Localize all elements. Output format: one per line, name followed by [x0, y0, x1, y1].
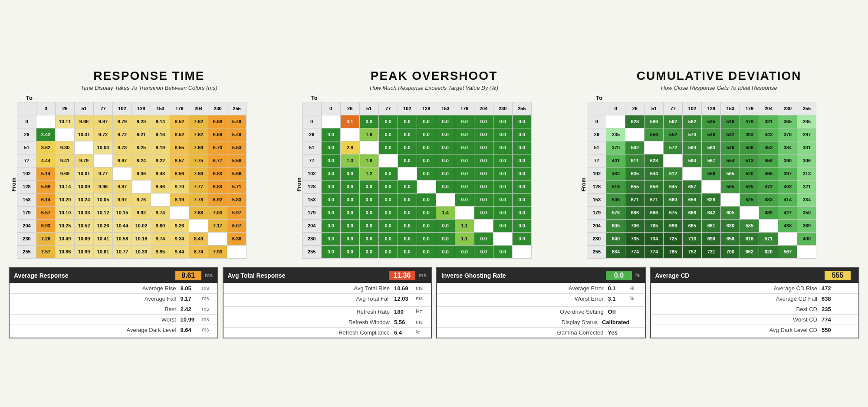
rt-stats-header-value: 8.61 — [175, 271, 201, 280]
overshoot-header-label: Inverse Ghosting Rate — [441, 272, 506, 279]
response-time-table: 0 26 51 77 102 128 153 179 204 230 — [17, 102, 247, 259]
po-from-label: From — [294, 177, 302, 192]
table-row: 593 — [683, 154, 702, 167]
stat-label: Refresh Window — [228, 319, 390, 325]
rt-row-header: 26 — [17, 128, 36, 141]
table-row: 403 — [778, 180, 797, 193]
table-row: 321 — [797, 180, 816, 193]
table-row: 0.0 — [321, 206, 340, 219]
table-row: 0.0 — [378, 206, 398, 219]
list-item: Average Rise 8.05 ms — [10, 283, 217, 293]
table-row: 5.97 — [227, 206, 247, 219]
table-row: 9.76 — [132, 193, 151, 206]
rt-row-header: 77 — [17, 154, 36, 167]
stat-value: 180 — [390, 309, 416, 315]
table-row: 493 — [740, 128, 759, 141]
table-row: 453 — [759, 141, 778, 154]
table-row: 605 — [721, 206, 740, 219]
list-item: Overdrive Setting Off — [437, 306, 645, 317]
table-row: 0.0 — [474, 193, 493, 206]
table-row: 752 — [683, 245, 702, 258]
list-item: Display Status Calibrated — [437, 317, 645, 327]
table-row: 4.44 — [36, 154, 56, 167]
table-row: 10.14 — [56, 180, 75, 193]
table-row: 630 — [721, 219, 740, 232]
table-row: 655 — [625, 180, 644, 193]
table-row — [189, 219, 208, 232]
table-row: 562 — [625, 141, 644, 154]
table-row: 546 — [721, 141, 740, 154]
table-row: 662 — [740, 245, 759, 258]
overshoot-stats-header: Inverse Ghosting Rate 0.0 % — [437, 268, 645, 283]
overshoot-header-value: 0.0 — [606, 271, 632, 280]
response-time-subtitle: Time Display Takes To Transition Between… — [9, 85, 289, 91]
table-row: 9.95 — [151, 245, 170, 258]
table-row: 9.28 — [132, 115, 151, 128]
table-row: 594 — [683, 141, 702, 154]
table-row: 297 — [797, 128, 816, 141]
table-row: 0.0 — [474, 154, 493, 167]
table-row: 0.0 — [340, 219, 359, 232]
table-row: 0.0 — [321, 128, 340, 141]
table-row: 378 — [778, 128, 797, 141]
po-row-header: 230 — [302, 232, 321, 245]
table-row: 10.52 — [75, 219, 94, 232]
cd-subtitle: How Close Response Gets To Ideal Respons… — [579, 85, 859, 91]
table-row: 0.0 — [378, 219, 398, 232]
table-row: 774 — [625, 245, 644, 258]
stat-label: Average Error — [441, 285, 604, 292]
rt-row-header: 0 — [17, 115, 36, 128]
table-row: 9.68 — [56, 167, 75, 180]
table-row: 686 — [644, 206, 664, 219]
table-row: 350 — [797, 206, 816, 219]
po-row-header: 204 — [302, 219, 321, 232]
rt-row-header: 204 — [17, 219, 36, 232]
table-row — [359, 141, 378, 154]
table-row: 9.34 — [170, 232, 189, 245]
table-row: 0.0 — [436, 115, 455, 128]
table-row: 585 — [740, 219, 759, 232]
table-row: 696 — [664, 219, 683, 232]
cd-row-header: 128 — [587, 180, 606, 193]
table-row: 0.0 — [359, 232, 378, 245]
table-row: 7.03 — [208, 206, 227, 219]
table-row: 9.24 — [132, 154, 151, 167]
table-row: 10.41 — [94, 232, 113, 245]
rt-row-header: 255 — [17, 245, 36, 258]
rt-stats-header-unit: ms — [205, 272, 213, 279]
table-row: 644 — [644, 167, 664, 180]
cd-row-header: 179 — [587, 206, 606, 219]
table-row: 0.0 — [436, 219, 455, 232]
table-row: 9.79 — [113, 115, 132, 128]
total-response-stats-header: Avg Total Response 11.36 ms — [224, 268, 431, 283]
table-row: 479 — [740, 115, 759, 128]
response-time-section: RESPONSE TIME Time Display Takes To Tran… — [9, 69, 289, 259]
table-row: 466 — [759, 167, 778, 180]
table-row — [797, 245, 816, 258]
table-row: 9.77 — [94, 167, 113, 180]
table-row: 306 — [797, 154, 816, 167]
table-row: 0.0 — [359, 245, 378, 258]
table-row: 690 — [702, 232, 721, 245]
table-row — [493, 232, 512, 245]
po-col-230: 230 — [493, 102, 512, 115]
table-row: 0.0 — [398, 206, 417, 219]
po-row-header: 0 — [302, 115, 321, 128]
table-row: 10.25 — [56, 219, 75, 232]
table-row: 0.0 — [474, 167, 493, 180]
table-row: 9.96 — [94, 180, 113, 193]
table-row: 0.0 — [436, 245, 455, 258]
stat-label: Average Dark Level — [14, 327, 176, 333]
cd-col-0: 0 — [606, 102, 625, 115]
rt-row-header: 153 — [17, 193, 36, 206]
stat-unit: ms — [202, 316, 213, 322]
table-row: 10.09 — [75, 180, 94, 193]
table-row: 472 — [759, 180, 778, 193]
list-item: Best 2.42 ms — [10, 304, 217, 314]
table-row: 0.0 — [493, 180, 512, 193]
table-row: 397 — [778, 167, 797, 180]
stat-unit: ms — [202, 295, 213, 302]
table-row: 0.0 — [321, 232, 340, 245]
table-row — [683, 167, 702, 180]
table-row: 6.83 — [208, 167, 227, 180]
